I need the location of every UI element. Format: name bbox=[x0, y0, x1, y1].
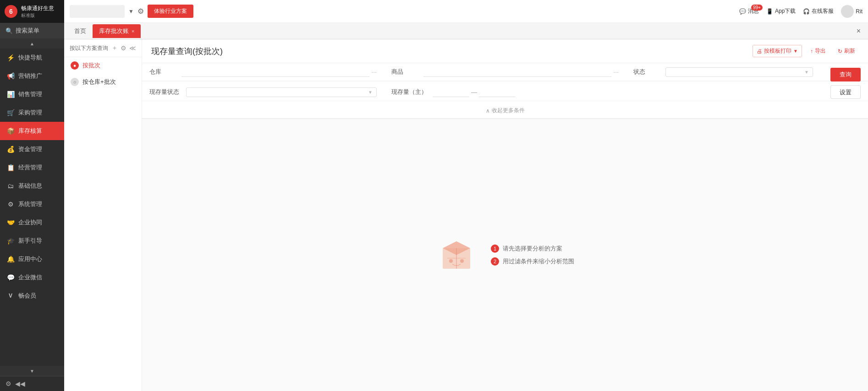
sidebar-item-system[interactable]: ⚙ 系统管理 bbox=[0, 195, 64, 213]
sidebar-item-sales-label: 销售管理 bbox=[18, 90, 42, 98]
sidebar-item-appstore-label: 应用中心 bbox=[18, 255, 42, 263]
panel-item-warehouse-batch-label: 按仓库+批次 bbox=[82, 78, 116, 86]
empty-tips: 1 请先选择要分析的方案 2 用过滤条件来缩小分析范围 bbox=[491, 244, 574, 266]
refresh-button[interactable]: ↻ 刷新 bbox=[834, 45, 859, 57]
basic-icon: 🗂 bbox=[6, 182, 15, 190]
sidebar-item-finance[interactable]: 💰 资金管理 bbox=[0, 140, 64, 158]
user-avatar bbox=[841, 5, 854, 18]
stock-status-select[interactable]: ▼ bbox=[186, 87, 377, 97]
sidebar-item-appstore[interactable]: 🔔 应用中心 bbox=[0, 250, 64, 268]
sidebar-item-operation-label: 经营管理 bbox=[18, 163, 42, 172]
user-name: Rit bbox=[856, 8, 863, 15]
message-action[interactable]: 💬 消息 99+ bbox=[739, 7, 759, 15]
tab-home[interactable]: 首页 bbox=[68, 24, 93, 38]
quicknav-icon: ⚡ bbox=[6, 54, 15, 62]
panel-add-icon[interactable]: ＋ bbox=[111, 44, 118, 52]
sidebar-item-finance-label: 资金管理 bbox=[18, 145, 42, 153]
sidebar-scroll-up[interactable]: ▲ bbox=[0, 38, 64, 49]
sidebar-item-quicknav[interactable]: ⚡ 快捷导航 bbox=[0, 49, 64, 67]
settings-button[interactable]: 设置 bbox=[830, 85, 861, 99]
template-print-button[interactable]: 🖨 按模板打印 ▼ bbox=[753, 45, 802, 57]
panel-item-batch[interactable]: ● 按批次 bbox=[64, 57, 142, 74]
product-input[interactable] bbox=[423, 67, 611, 77]
stock-qty-dash: — bbox=[471, 89, 477, 96]
sidebar-item-guide[interactable]: 🎓 新手引导 bbox=[0, 232, 64, 250]
message-icon: 💬 bbox=[739, 8, 746, 15]
sidebar-version: 标准版 bbox=[21, 12, 54, 19]
purchase-icon: 🛒 bbox=[6, 109, 15, 117]
topbar-dropdown[interactable]: ▼ bbox=[128, 8, 134, 15]
export-button[interactable]: ↑ 导出 bbox=[807, 45, 830, 57]
export-label: 导出 bbox=[815, 47, 826, 55]
message-badge: 99+ bbox=[751, 5, 763, 11]
topbar-left: ▼ ⚙ 体验行业方案 bbox=[70, 5, 193, 18]
filter-product-cell: 商品 ··· bbox=[384, 63, 626, 81]
inventory-icon: 📦 bbox=[6, 127, 15, 135]
collapse-label: 收起更多条件 bbox=[492, 107, 525, 114]
stock-status-arrow: ▼ bbox=[368, 90, 373, 95]
empty-content: 1 请先选择要分析的方案 2 用过滤条件来缩小分析范围 bbox=[436, 234, 574, 276]
sidebar-title-area: 畅康通好生意 标准版 bbox=[21, 5, 54, 19]
tip-1-num: 1 bbox=[491, 244, 499, 253]
operation-icon: 📋 bbox=[6, 163, 15, 172]
app-download-action[interactable]: 📱 App下载 bbox=[766, 7, 796, 15]
page-title: 现存量查询(按批次) bbox=[151, 46, 223, 57]
tip-1-text: 请先选择要分析的方案 bbox=[503, 244, 562, 253]
sidebar-item-inventory[interactable]: 📦 库存核算 bbox=[0, 122, 64, 140]
sidebar-scroll-down[interactable]: ▼ bbox=[0, 366, 64, 376]
product-more-icon[interactable]: ··· bbox=[611, 68, 619, 76]
stock-qty-from[interactable] bbox=[433, 87, 469, 97]
user-menu[interactable]: Rit bbox=[841, 5, 863, 18]
sidebar-item-operation[interactable]: 📋 经营管理 bbox=[0, 158, 64, 177]
finance-icon: 💰 bbox=[6, 145, 15, 153]
stock-qty-range: — bbox=[433, 87, 619, 97]
sales-icon: 📊 bbox=[6, 90, 15, 98]
sidebar-item-purchase[interactable]: 🛒 采购管理 bbox=[0, 103, 64, 122]
right-content: 现存量查询(按批次) 🖨 按模板打印 ▼ ↑ 导出 ↻ 刷新 bbox=[142, 39, 868, 391]
settings-bottom-icon[interactable]: ⚙ bbox=[5, 380, 11, 387]
page-header: 现存量查询(按批次) 🖨 按模板打印 ▼ ↑ 导出 ↻ 刷新 bbox=[142, 39, 868, 63]
wechat-icon: 💬 bbox=[6, 273, 15, 282]
status-select[interactable]: ▼ bbox=[665, 67, 813, 77]
sidebar-item-basic[interactable]: 🗂 基础信息 bbox=[0, 177, 64, 195]
tip-2-text: 用过滤条件来缩小分析范围 bbox=[503, 257, 574, 266]
collapse-bar[interactable]: ∧ 收起更多条件 bbox=[142, 103, 868, 119]
filter-stock-qty-cell: 现存量（主） — bbox=[384, 83, 626, 101]
tab-close-icon[interactable]: × bbox=[132, 28, 134, 34]
headset-icon: 🎧 bbox=[803, 8, 810, 15]
warehouse-more-icon[interactable]: ··· bbox=[369, 68, 377, 76]
sidebar-item-wechat[interactable]: 💬 企业微信 bbox=[0, 268, 64, 287]
trial-button[interactable]: 体验行业方案 bbox=[148, 5, 193, 18]
sidebar-item-sales[interactable]: 📊 销售管理 bbox=[0, 85, 64, 103]
sidebar-search[interactable]: 🔍 搜索菜单 bbox=[0, 23, 64, 38]
stock-qty-to[interactable] bbox=[479, 87, 516, 97]
sidebar-item-enterprise[interactable]: 🤝 企业协同 bbox=[0, 213, 64, 232]
sidebar-item-quicknav-label: 快捷导航 bbox=[18, 54, 42, 62]
tab-inventory-batch[interactable]: 库存批次账 × bbox=[93, 24, 141, 38]
tabs-close-all-btn[interactable]: × bbox=[853, 25, 864, 37]
topbar-search-box[interactable] bbox=[70, 5, 125, 18]
panel-item-warehouse-batch[interactable]: ○ 按仓库+批次 bbox=[64, 74, 142, 90]
warehouse-input[interactable] bbox=[181, 67, 369, 77]
stock-status-label: 现存量状态 bbox=[149, 88, 186, 96]
topbar-settings-icon[interactable]: ⚙ bbox=[137, 7, 144, 16]
sidebar-item-marketing-label: 营销推广 bbox=[18, 72, 42, 80]
main-area: ▼ ⚙ 体验行业方案 💬 消息 99+ 📱 App下载 🎧 在线客服 Rit bbox=[64, 0, 868, 391]
guide-icon: 🎓 bbox=[6, 237, 15, 245]
sidebar-header: 6 畅康通好生意 标准版 bbox=[0, 0, 64, 23]
panel-collapse-icon[interactable]: ≪ bbox=[129, 44, 136, 52]
panel-settings-icon[interactable]: ⚙ bbox=[121, 44, 126, 52]
product-label: 商品 bbox=[391, 68, 423, 76]
online-service-label: 在线客服 bbox=[812, 7, 834, 15]
warehouse-batch-icon: ○ bbox=[71, 78, 79, 86]
page-actions: 🖨 按模板打印 ▼ ↑ 导出 ↻ 刷新 bbox=[753, 45, 859, 57]
filter-action-area: 查询 设置 bbox=[830, 68, 861, 99]
query-button[interactable]: 查询 bbox=[830, 68, 861, 81]
online-service-action[interactable]: 🎧 在线客服 bbox=[803, 7, 834, 15]
sidebar-item-marketing[interactable]: 📢 营销推广 bbox=[0, 67, 64, 85]
collapse-sidebar-icon[interactable]: ◀◀ bbox=[15, 380, 25, 387]
sidebar-item-member[interactable]: V 畅会员 bbox=[0, 287, 64, 305]
template-dropdown-icon[interactable]: ▼ bbox=[793, 49, 798, 54]
empty-illustration bbox=[436, 234, 477, 276]
filter-row-2: 现存量状态 ▼ 现存量（主） — bbox=[142, 81, 868, 103]
